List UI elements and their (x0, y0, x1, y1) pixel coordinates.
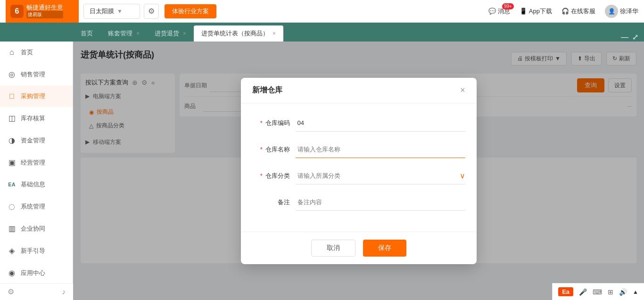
code-input[interactable] (296, 115, 465, 132)
sidebar-label-sales: 销售管理 (21, 70, 45, 79)
sidebar-label-enterprise: 企业协同 (21, 225, 45, 233)
sidebar-item-base[interactable]: EA 基础信息 (0, 174, 73, 195)
category-input[interactable] (296, 172, 460, 179)
headset-icon: 🎧 (561, 8, 569, 15)
tab-bar: 首页 账套管理 × 进货退货 × 进货单统计表（按商品） × — ⤢ (0, 23, 644, 42)
required-star: * (260, 119, 263, 126)
modal-overlay: 新增仓库 × * 仓库编码 * (73, 42, 644, 300)
category-label: * 仓库分类 (252, 172, 290, 180)
guide-icon: ◈ (8, 246, 16, 255)
tab-purchase-return-label: 进货退货 (155, 29, 179, 38)
home-icon: ⌂ (8, 48, 16, 57)
modal-body: * 仓库编码 * 仓库名称 (241, 103, 477, 232)
store-dropdown-arrow-icon: ▼ (117, 8, 123, 15)
finance-icon: ◑ (8, 136, 16, 145)
header-right: 💬 消息 99+ 📱 App下载 🎧 在线客服 👤 徐泽华 (488, 5, 638, 18)
service-btn[interactable]: 🎧 在线客服 (561, 7, 595, 16)
app-download-btn[interactable]: 📱 App下载 (520, 7, 552, 16)
tab-account-close-icon[interactable]: × (136, 30, 140, 37)
sidebar-label-inventory: 库存核算 (21, 114, 45, 123)
top-header: 6 畅捷通好生意 捷易版 日太阳膜 ▼ ⚙ 体验行业方案 💬 消息 99+ 📱 … (0, 0, 644, 23)
base-icon: EA (8, 182, 16, 187)
sidebar-label-home: 首页 (21, 48, 33, 57)
tab-minimize-icon[interactable]: — (621, 33, 628, 42)
tab-home-label: 首页 (81, 29, 93, 38)
mic-icon[interactable]: 🎤 (579, 288, 587, 296)
form-row-note: 备注 (252, 194, 465, 211)
user-menu-btn[interactable]: 👤 徐泽华 (605, 5, 638, 18)
category-select[interactable]: ∨ (296, 167, 465, 184)
sidebar-label-guide: 新手引导 (21, 247, 45, 255)
logo-name: 畅捷通好生意 (26, 4, 63, 11)
experience-btn[interactable]: 体验行业方案 (165, 4, 216, 18)
grid-icon[interactable]: ⊞ (608, 288, 613, 296)
store-selector[interactable]: 日太阳膜 ▼ (83, 4, 140, 19)
modal-header: 新增仓库 × (241, 78, 477, 103)
user-name: 徐泽华 (620, 7, 638, 16)
tab-purchase-stats[interactable]: 进货单统计表（按商品） × (194, 25, 283, 42)
store-name: 日太阳膜 (90, 7, 114, 16)
cancel-btn[interactable]: 取消 (311, 240, 355, 257)
sidebar-item-inventory[interactable]: ◫ 库存核算 (0, 107, 73, 129)
purchase-icon: □ (8, 92, 16, 100)
sidebar-label-purchase: 采购管理 (21, 92, 45, 100)
bottom-bar: Ea 🎤 ⌨ ⊞ 🔊 ▲ (552, 283, 644, 300)
code-label: * 仓库编码 (252, 119, 290, 127)
notification-btn[interactable]: 💬 消息 99+ (488, 7, 510, 16)
add-warehouse-modal: 新增仓库 × * 仓库编码 * (241, 78, 477, 264)
avatar: 👤 (605, 5, 618, 18)
app-center-icon: ◉ (8, 268, 16, 277)
sidebar: ⌂ 首页 ◎ 销售管理 □ 采购管理 ◫ 库存核算 ◑ 资金管理 ▣ 经营管理 … (0, 42, 73, 300)
sidebar-item-enterprise[interactable]: ▥ 企业协同 (0, 217, 73, 240)
form-row-code: * 仓库编码 (252, 115, 465, 132)
tab-home[interactable]: 首页 (73, 25, 100, 42)
save-btn[interactable]: 保存 (363, 240, 406, 257)
sidebar-item-sales[interactable]: ◎ 销售管理 (0, 63, 73, 85)
keyboard-icon[interactable]: ⌨ (593, 288, 602, 296)
enterprise-icon: ▥ (8, 224, 16, 233)
settings-icon[interactable]: ⚙ (144, 4, 159, 19)
sales-icon: ◎ (8, 70, 16, 79)
message-icon: 💬 (488, 8, 496, 15)
sidebar-item-purchase[interactable]: □ 采购管理 (0, 85, 73, 107)
name-input[interactable] (296, 141, 465, 158)
tab-purchase-stats-close-icon[interactable]: × (272, 30, 276, 37)
sidebar-item-home[interactable]: ⌂ 首页 (0, 42, 73, 63)
inventory-icon: ◫ (8, 114, 16, 123)
time-icon: ▲ (633, 289, 638, 295)
logo-icon: 6 (10, 5, 24, 18)
sidebar-settings-icon[interactable]: ⚙ (8, 287, 14, 296)
logo-area: 6 畅捷通好生意 捷易版 (6, 0, 79, 23)
main-layout: ⌂ 首页 ◎ 销售管理 □ 采购管理 ◫ 库存核算 ◑ 资金管理 ▣ 经营管理 … (0, 42, 644, 300)
service-label: 在线客服 (571, 7, 595, 16)
tab-expand-icon[interactable]: ⤢ (632, 33, 638, 42)
app-label: App下载 (529, 7, 552, 16)
system-icon: ◌ (8, 202, 16, 211)
sidebar-item-operation[interactable]: ▣ 经营管理 (0, 151, 73, 174)
notification-badge: 99+ (502, 3, 514, 9)
sound-icon[interactable]: 🔊 (619, 288, 627, 296)
logo-badge: 捷易版 (26, 11, 63, 18)
sidebar-label-finance: 资金管理 (21, 136, 45, 145)
category-dropdown-icon: ∨ (460, 171, 465, 180)
sidebar-label-base: 基础信息 (21, 180, 45, 189)
tab-bar-actions: — ⤢ (615, 33, 644, 42)
operation-icon: ▣ (8, 158, 16, 167)
sidebar-audio-icon[interactable]: ♪ (62, 288, 66, 296)
sidebar-item-guide[interactable]: ◈ 新手引导 (0, 240, 73, 262)
sidebar-label-system: 系统管理 (21, 202, 45, 211)
sidebar-item-system[interactable]: ◌ 系统管理 (0, 195, 73, 217)
tab-account[interactable]: 账套管理 × (100, 25, 147, 42)
ea-badge: Ea (558, 287, 573, 296)
tab-purchase-stats-label: 进货单统计表（按商品） (201, 29, 269, 38)
tab-purchase-return-close-icon[interactable]: × (183, 30, 186, 37)
modal-footer: 取消 保存 (241, 232, 477, 264)
modal-close-icon[interactable]: × (460, 85, 465, 95)
sidebar-label-operation: 经营管理 (21, 158, 45, 167)
note-input[interactable] (296, 194, 465, 211)
sidebar-item-app-center[interactable]: ◉ 应用中心 (0, 262, 73, 284)
tab-purchase-return[interactable]: 进货退货 × (147, 25, 194, 42)
sidebar-item-finance[interactable]: ◑ 资金管理 (0, 129, 73, 151)
name-label: * 仓库名称 (252, 145, 290, 154)
sidebar-label-app-center: 应用中心 (21, 269, 45, 277)
